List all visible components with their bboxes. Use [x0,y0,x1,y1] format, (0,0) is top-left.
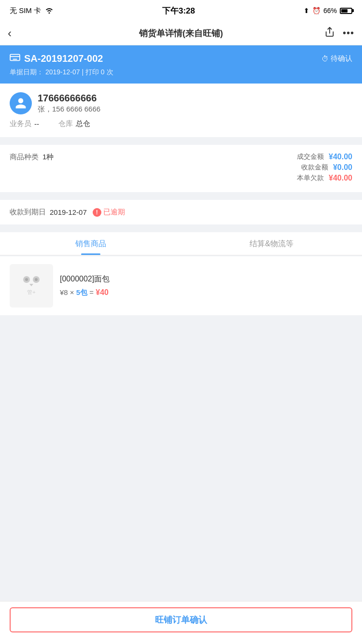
product-name: [0000002]面包 [60,274,352,284]
price-formula: ¥8 × [60,288,76,296]
due-date-value: 2019-12-07 [50,208,87,216]
customer-card: 17666666666 张，156 6666 6666 业务员 -- 仓库 总仓 [0,84,362,137]
product-kind-value: 1种 [42,153,54,162]
print-label: | 打印 [82,68,99,76]
customer-name: 张，156 6666 6666 [38,105,100,114]
divider-3 [0,228,362,232]
divider-1 [0,141,362,145]
more-icon[interactable]: ••• [343,28,354,39]
bottom-bar: 旺铺订单确认 [0,601,362,644]
received-value: ¥0.00 [333,163,352,172]
due-card: 收款到期日 2019-12-07 ! 已逾期 [0,200,362,224]
divider-2 [0,196,362,200]
owl-eye-left [23,276,30,283]
order-date-row: 单据日期： 2019-12-07 | 打印 0 次 [10,68,352,77]
product-total: ¥40 [96,288,109,296]
summary-right: 成交金额 ¥40.00 收款金额 ¥0.00 本单欠款 ¥40.00 [297,153,352,184]
battery-indicator [340,8,352,14]
summary-row: 商品种类 1种 成交金额 ¥40.00 收款金额 ¥0.00 本单欠款 ¥40.… [10,153,352,184]
warehouse-value: 总仓 [76,119,90,128]
received-label: 收款金额 [301,163,328,172]
print-unit: 次 [107,68,113,76]
product-kind-label: 商品种类 [10,153,39,162]
tab-settlement-label: 结算&物流等 [250,239,293,248]
salesperson-value: -- [34,120,39,128]
print-count: 0 [101,68,105,76]
product-thumbnail: 管+ [10,264,53,308]
order-status: ⏱ 待确认 [321,54,352,63]
date-label: 单据日期： [10,68,43,76]
order-number-row: SA-20191207-002 [10,53,103,64]
warehouse-label: 仓库 [58,119,73,128]
due-label: 收款到期日 [10,208,46,217]
owl-eyes [23,276,40,283]
tab-settlement[interactable]: 结算&物流等 [181,232,362,255]
owl-eye-right [33,276,40,283]
customer-header: 17666666666 张，156 6666 6666 [10,92,352,114]
amount-label: 成交金额 [297,153,324,161]
owl-plus: 管+ [27,289,35,296]
owl-pupil-left [25,278,28,281]
overdue-badge: ! 已逾期 [93,208,125,217]
order-icon [10,53,20,64]
share-icon[interactable] [324,27,335,40]
confirm-button[interactable]: 旺铺订单确认 [10,607,352,632]
salesperson-item: 业务员 -- [10,119,39,128]
amount-value: ¥40.00 [329,153,352,161]
received-row: 收款金额 ¥0.00 [297,163,352,172]
status-left: 无 SIM 卡 [10,6,54,15]
tabs-bar: 销售商品 结算&物流等 [0,232,362,255]
battery-percent: 66% [323,7,337,14]
summary-left: 商品种类 1种 [10,153,54,162]
status-bar: 无 SIM 卡 下午3:28 ⬆ ⏰ 66% [0,0,362,21]
amount-row: 成交金额 ¥40.00 [297,153,352,161]
status-time: 下午3:28 [162,5,195,16]
location-icon: ⬆ [304,7,309,14]
alarm-icon: ⏰ [312,7,320,14]
order-date-value: 2019-12-07 [45,68,80,76]
order-number: SA-20191207-002 [24,53,103,64]
customer-phone: 17666666666 [38,93,100,104]
status-right: ⬆ ⏰ 66% [304,7,352,14]
equals-sign: = [87,288,96,296]
empty-area [0,315,362,402]
debt-row: 本单欠款 ¥40.00 [297,174,352,182]
status-text: 待确认 [331,54,352,63]
debt-label: 本单欠款 [297,174,324,182]
wifi-icon [45,7,54,15]
nav-actions: ••• [324,27,354,40]
status-clock-icon: ⏱ [321,55,329,63]
salesperson-label: 业务员 [10,119,31,128]
owl-pupil-right [35,278,38,281]
tab-sales-label: 销售商品 [75,239,106,248]
owl-logo: 管+ [23,276,40,296]
avatar [10,92,32,114]
summary-card: 商品种类 1种 成交金额 ¥40.00 收款金额 ¥0.00 本单欠款 ¥40.… [0,145,362,192]
product-item: 管+ [0000002]面包 ¥8 × 5包 = ¥40 [0,256,362,315]
product-section: 管+ [0000002]面包 ¥8 × 5包 = ¥40 [0,256,362,315]
overdue-icon: ! [93,208,101,217]
order-header: SA-20191207-002 ⏱ 待确认 单据日期： 2019-12-07 |… [0,45,362,84]
product-quantity: 5包 [76,288,87,296]
nav-bar: ‹ 销货单详情(来自旺铺) ••• [0,21,362,45]
tab-sales-products[interactable]: 销售商品 [0,232,181,255]
overdue-text: 已逾期 [103,208,125,217]
page-title: 销货单详情(来自旺铺) [139,28,223,39]
back-button[interactable]: ‹ [8,27,27,40]
product-info: [0000002]面包 ¥8 × 5包 = ¥40 [60,274,352,297]
owl-beak [29,284,33,286]
debt-value: ¥40.00 [329,174,352,182]
warehouse-item: 仓库 总仓 [58,119,90,128]
carrier-text: 无 SIM 卡 [10,6,41,15]
customer-meta: 业务员 -- 仓库 总仓 [10,119,352,128]
product-price-row: ¥8 × 5包 = ¥40 [60,288,352,297]
